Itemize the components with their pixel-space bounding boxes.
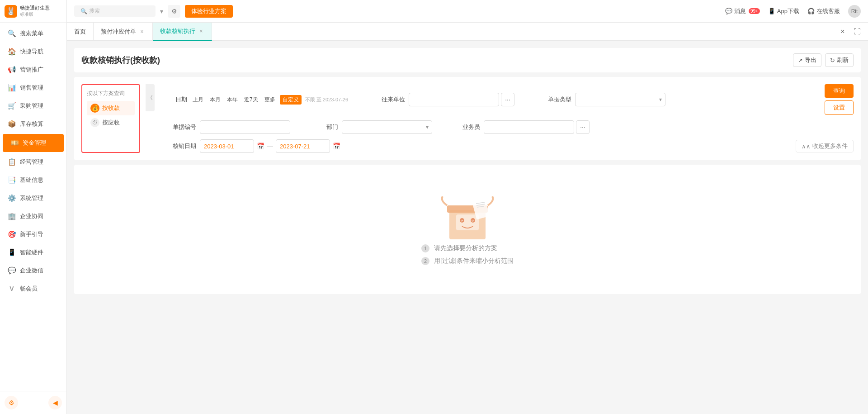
refresh-label: 刷新 [837,56,849,64]
sidebar-item-label: 智能硬件 [20,248,43,257]
export-icon: ↗ [798,57,803,64]
search-icon: 🔍 [80,8,87,14]
doc-number-label: 单据编号 [160,123,196,131]
writeoff-date-end[interactable]: 2023-07-21 [276,139,330,153]
staff-ellipsis-btn[interactable]: ··· [576,120,590,134]
tab-home-label: 首页 [74,28,86,36]
refresh-btn[interactable]: ↻ 刷新 [825,53,854,67]
query-btn[interactable]: 查询 [825,84,854,98]
purchase-icon: 🛒 [7,101,16,110]
filter-fields: 日期 上月 本月 本年 近7天 更多 自定义 不限 至 2023-07-26 往… [160,84,854,153]
filter-row-1: 日期 上月 本月 本年 近7天 更多 自定义 不限 至 2023-07-26 往… [160,84,854,115]
sidebar-item-business[interactable]: 📋 经营管理 [0,153,66,171]
app-download-btn[interactable]: 📱 App下载 [768,7,799,15]
guide-icon: 🎯 [7,230,16,239]
sidebar-item-inventory[interactable]: 📦 库存核算 [0,115,66,133]
staff-label: 业务员 [453,123,480,131]
tab-receipt-writeoff[interactable]: 收款核销执行 × [153,23,212,41]
date-last-7days[interactable]: 近7天 [242,95,260,105]
sidebar-item-marketing[interactable]: 📢 营销推广 [0,61,66,79]
sidebar-item-finance[interactable]: 💴 资金管理 [3,134,64,152]
sidebar-item-label: 销售管理 [20,84,43,92]
date-custom[interactable]: 自定义 [280,95,302,105]
date-this-month[interactable]: 本月 [208,95,222,105]
industry-solution-btn[interactable]: 体验行业方案 [185,5,233,18]
sidebar-item-basic-info[interactable]: 📑 基础信息 [0,171,66,189]
tab-home[interactable]: 首页 [67,23,94,41]
sidebar-item-label: 库存核算 [20,120,43,128]
calendar-start-icon[interactable]: 📅 [257,143,264,150]
tab-prepay-close[interactable]: × [139,29,145,35]
tab-receipt-writeoff-close[interactable]: × [198,28,204,34]
date-more[interactable]: 更多 [263,95,277,105]
doc-number-input[interactable] [200,120,290,134]
app-version: 标准版 [20,11,50,18]
filter-sidebar-collapse-btn[interactable]: 《 [146,84,155,111]
collapse-sidebar-btn[interactable]: ◀ [48,396,62,409]
online-service-label: 在线客服 [816,7,840,15]
date-label: 日期 [160,95,187,104]
svg-text:?: ? [461,219,463,223]
sidebar-item-wechat[interactable]: 💬 企业微信 [0,262,66,280]
by-receipt-icon: 💰 [90,104,99,113]
dept-label: 部门 [311,123,338,131]
fullscreen-btn[interactable]: ⛶ [851,25,863,38]
search-dropdown-btn[interactable]: ▾ [160,8,163,15]
collapse-more-btn[interactable]: ∧∧ 收起更多条件 [796,140,854,152]
message-btn[interactable]: 💬 消息 99+ [725,7,760,15]
by-receipt-label: 按收款 [102,104,120,112]
empty-state: ? ? 1 请先选择要分析的方案 2 用[过滤]条件来缩小分析范围 [74,165,861,294]
tab-bar-actions: × ⛶ [836,25,868,38]
sidebar-item-quick-nav[interactable]: 🏠 快捷导航 [0,43,66,61]
sidebar-item-label: 新手引导 [20,230,43,238]
message-label: 消息 [734,7,746,15]
settings-bottom-btn[interactable]: ⚙ [5,396,18,409]
export-btn[interactable]: ↗ 导出 [793,53,821,67]
sidebar-item-guide[interactable]: 🎯 新手引导 [0,225,66,243]
doc-type-label: 单据类型 [535,95,571,104]
counterpart-ellipsis-btn[interactable]: ··· [501,93,514,106]
filter-row-2: 单据编号 部门 业务员 ··· [160,120,854,134]
user-profile-btn[interactable]: Rit [848,5,861,18]
close-tab-btn[interactable]: × [836,25,849,38]
sidebar-item-search-menu[interactable]: 🔍 搜索菜单 [0,24,66,43]
filter-sidebar: 按以下方案查询 💰 按收款 ⏱ 按应收 [81,84,140,153]
filter-option-by-receivable[interactable]: ⏱ 按应收 [87,115,135,130]
dept-select[interactable] [342,120,432,134]
calendar-end-icon[interactable]: 📅 [333,143,340,150]
sidebar-item-smart-hardware[interactable]: 📱 智能硬件 [0,243,66,262]
message-icon: 💬 [725,8,732,14]
sidebar-item-label: 企业微信 [20,266,43,275]
sidebar-item-system[interactable]: ⚙️ 系统管理 [0,189,66,207]
page-content: 收款核销执行(按收款) ↗ 导出 ↻ 刷新 按以下方案查询 💰 按收款 [67,41,868,414]
online-service-btn[interactable]: 🎧 在线客服 [807,7,840,15]
business-icon: 📋 [7,157,16,167]
sidebar-item-label: 资金管理 [23,139,46,147]
date-last-month[interactable]: 上月 [191,95,205,105]
sidebar-item-enterprise[interactable]: 🏢 企业协同 [0,207,66,225]
staff-input[interactable] [484,120,574,134]
logo-icon: 🐰 [5,5,17,18]
sidebar-item-label: 企业协同 [20,212,43,220]
sidebar-item-member[interactable]: V 畅会员 [0,280,66,298]
filter-option-by-receipt[interactable]: 💰 按收款 [87,101,135,115]
system-icon: ⚙️ [7,194,16,203]
global-search-box[interactable]: 🔍 搜索 [74,5,156,17]
enterprise-icon: 🏢 [7,212,16,221]
by-receivable-icon: ⏱ [90,118,99,127]
writeoff-date-start[interactable]: 2023-03-01 [200,139,254,153]
gear-settings-btn[interactable]: ⚙ [168,5,180,18]
chevron-up-icon: ∧∧ [802,143,811,150]
filter-settings-btn[interactable]: 设置 [825,100,854,115]
tab-prepay[interactable]: 预付冲应付单 × [94,23,153,41]
user-initials: Rit [851,8,858,14]
sidebar-item-sales[interactable]: 📊 销售管理 [0,79,66,97]
sidebar-item-purchase[interactable]: 🛒 采购管理 [0,97,66,115]
doc-type-select[interactable] [575,93,665,106]
date-this-year[interactable]: 本年 [225,95,240,105]
sidebar-navigation: 🔍 搜索菜单 🏠 快捷导航 📢 营销推广 📊 销售管理 🛒 采购管理 📦 库存核… [0,23,66,391]
app-download-label: App下载 [777,7,799,15]
search-placeholder: 搜索 [89,7,100,15]
counterpart-input[interactable] [409,93,499,106]
doc-type-field: 单据类型 [535,93,665,106]
